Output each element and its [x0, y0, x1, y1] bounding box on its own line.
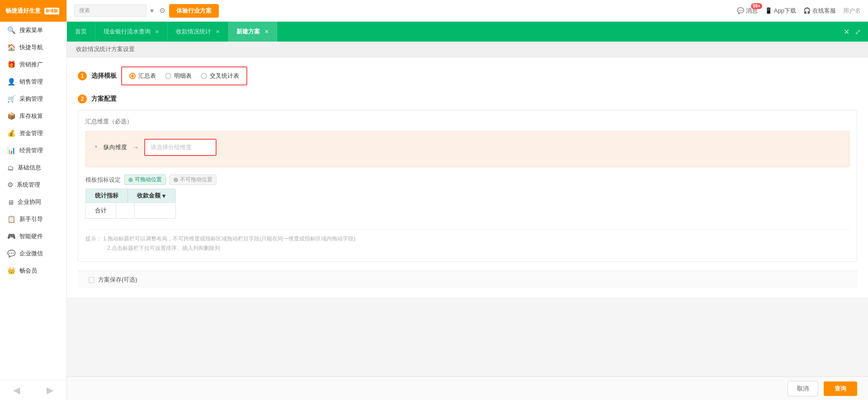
stats-table: 统计指标 收款金额 合计	[85, 188, 176, 219]
sidebar-item-system[interactable]: ⚙ 系统管理	[0, 176, 66, 193]
message-badge: 99+	[751, 3, 762, 9]
logo-name: 畅捷通好生意	[5, 7, 41, 14]
tab-collection-stat-close-icon[interactable]: ✕	[216, 29, 220, 35]
stats-total-amount-cell	[116, 203, 135, 218]
home-icon: 🏠	[7, 43, 16, 52]
stats-column-title-cell: 统计指标	[86, 189, 128, 202]
crown-icon: 👑	[7, 267, 16, 275]
gear-icon: ⚙	[7, 181, 13, 189]
metrics-label-row: 模板指标设定 可拖动位置 不可拖动位置	[85, 174, 849, 185]
app-download-button[interactable]: 📱 App下载	[765, 7, 796, 15]
vertical-dimension-label: 纵向维度	[104, 143, 127, 151]
template-selection: 汇总表 明细表 交叉统计表	[121, 66, 247, 85]
scheme-section: 汇总维度（必选） * 纵向维度 → 请选择分组维度	[78, 110, 857, 262]
close-window-icon[interactable]: ✕	[844, 28, 849, 36]
radio-summary[interactable]: 汇总表	[129, 72, 156, 80]
required-star: *	[95, 144, 97, 151]
sidebar-item-operations[interactable]: 📊 经营管理	[0, 142, 66, 159]
draggable-label: 可拖动位置	[135, 176, 162, 184]
step1-title: 选择模板	[91, 72, 117, 80]
window-controls: ✕ ⤢	[836, 22, 868, 42]
tab-cash-bank[interactable]: 现金银行流水查询 ✕	[95, 22, 168, 42]
sidebar-item-marketing[interactable]: 🎁 营销推广	[0, 56, 66, 73]
tab-new-scheme-label: 新建方案	[236, 28, 260, 36]
sidebar-bottom-icon-left[interactable]: ◀	[13, 385, 20, 395]
step1-header: 1 选择模板 汇总表 明细表	[78, 66, 857, 85]
online-service-label: 在线客服	[812, 7, 836, 15]
settings-gear-icon[interactable]: ⚙	[159, 6, 165, 15]
folder-icon: 🗂	[7, 164, 14, 172]
radio-cross[interactable]: 交叉统计表	[201, 72, 239, 80]
sidebar-item-enterprise-collab[interactable]: 🖥 企业协同	[0, 193, 66, 211]
trial-button[interactable]: 体验行业方案	[169, 4, 219, 18]
sidebar-item-label: 新手引导	[19, 215, 43, 223]
sidebar-item-label: 搜索菜单	[19, 26, 43, 34]
sidebar-item-member[interactable]: 👑 畅会员	[0, 262, 66, 279]
sidebar-item-quick-nav[interactable]: 🏠 快捷导航	[0, 39, 66, 56]
topbar-chevron-icon[interactable]: ▾	[150, 6, 154, 15]
search-menu-icon: 🔍	[7, 26, 16, 34]
gamepad-icon: 🎮	[7, 232, 16, 240]
sidebar-item-label: 快捷导航	[19, 43, 43, 52]
sidebar-item-beginner[interactable]: 📋 新手引导	[0, 211, 66, 228]
radio-cross-label: 交叉统计表	[210, 72, 239, 80]
step2-header: 2 方案配置	[78, 94, 857, 104]
sidebar-item-label: 采购管理	[19, 95, 43, 103]
save-checkbox[interactable]	[89, 277, 94, 283]
tabbar: 首页 现金银行流水查询 ✕ 收款情况统计 ✕ 新建方案 ✕ ✕ ⤢	[67, 22, 868, 42]
step1-section: 1 选择模板 汇总表 明细表	[78, 66, 857, 85]
sidebar-item-label: 销售管理	[19, 78, 43, 86]
tab-collection-stat[interactable]: 收款情况统计 ✕	[168, 22, 228, 42]
tab-new-scheme-close-icon[interactable]: ✕	[264, 29, 269, 35]
radio-summary-dot	[129, 73, 136, 79]
stats-amount-header-inner: 收款金额	[137, 192, 165, 200]
radio-detail[interactable]: 明细表	[165, 72, 192, 80]
dimension-placeholder: 请选择分组维度	[151, 144, 192, 151]
sidebar-item-basic-info[interactable]: 🗂 基础信息	[0, 159, 66, 176]
sidebar-item-inventory[interactable]: 📦 库存核算	[0, 108, 66, 125]
non-draggable-badge: 不可拖动位置	[170, 174, 217, 185]
gift-icon: 🎁	[7, 61, 16, 69]
online-service-button[interactable]: 🎧 在线客服	[803, 7, 836, 15]
clipboard-icon: 📋	[7, 215, 16, 223]
message-button[interactable]: 💬 消息 99+	[737, 7, 758, 15]
hint-line-1: 提示： 1.拖动标题栏可以调整布局，不可跨维度或指标区域拖动栏目字段(只能在同一…	[85, 235, 849, 243]
dimension-area: * 纵向维度 → 请选择分组维度	[85, 131, 849, 167]
group-dimension-select[interactable]: 请选择分组维度	[144, 139, 217, 156]
desktop-icon: 🖥	[7, 198, 14, 206]
step1-number: 1	[78, 71, 87, 80]
sidebar-logo: 畅捷通好生意 标准版	[0, 0, 66, 22]
sidebar: 畅捷通好生意 标准版 🔍 搜索菜单 🏠 快捷导航 🎁 营销推广 👤 销售管理 🛒…	[0, 0, 67, 400]
maximize-window-icon[interactable]: ⤢	[855, 28, 861, 36]
sidebar-item-search-menu[interactable]: 🔍 搜索菜单	[0, 22, 66, 39]
tab-new-scheme[interactable]: 新建方案 ✕	[228, 22, 277, 42]
money-icon: 💰	[7, 129, 16, 137]
draggable-badge: 可拖动位置	[124, 174, 166, 185]
query-button[interactable]: 查询	[824, 381, 857, 396]
non-draggable-label: 不可拖动位置	[180, 176, 212, 184]
sidebar-item-purchase[interactable]: 🛒 采购管理	[0, 90, 66, 108]
app-download-label: App下载	[774, 7, 796, 15]
sidebar-item-finance[interactable]: 💰 资金管理	[0, 125, 66, 142]
sidebar-item-label: 基础信息	[18, 164, 41, 172]
sidebar-item-label: 营销推广	[19, 61, 43, 69]
person-icon: 👤	[7, 78, 16, 86]
sidebar-item-enterprise-wechat[interactable]: 💬 企业微信	[0, 245, 66, 262]
radio-group-template: 汇总表 明细表 交叉统计表	[129, 72, 239, 80]
sidebar-item-smart-hardware[interactable]: 🎮 智能硬件	[0, 228, 66, 245]
stats-table-header: 统计指标 收款金额	[86, 189, 175, 202]
search-input[interactable]: 搜索	[74, 5, 146, 17]
tab-cash-bank-label: 现金银行流水查询	[104, 28, 151, 36]
tab-cash-bank-close-icon[interactable]: ✕	[155, 29, 159, 35]
tab-home[interactable]: 首页	[67, 22, 95, 42]
cancel-button[interactable]: 取消	[788, 381, 818, 396]
sidebar-bottom-icon-right[interactable]: ▶	[47, 385, 53, 395]
metrics-section: 模板指标设定 可拖动位置 不可拖动位置	[85, 174, 849, 220]
topbar-right: 💬 消息 99+ 📱 App下载 🎧 在线客服 用户名	[737, 7, 861, 15]
sidebar-item-label: 智能硬件	[19, 232, 43, 240]
metrics-setting-label: 模板指标设定	[85, 176, 121, 184]
stats-amount-header-cell[interactable]: 收款金额	[128, 189, 175, 202]
sidebar-item-sales[interactable]: 👤 销售管理	[0, 73, 66, 90]
radio-cross-dot	[201, 73, 207, 79]
hint-section: 提示： 1.拖动标题栏可以调整布局，不可跨维度或指标区域拖动栏目字段(只能在同一…	[85, 229, 849, 252]
